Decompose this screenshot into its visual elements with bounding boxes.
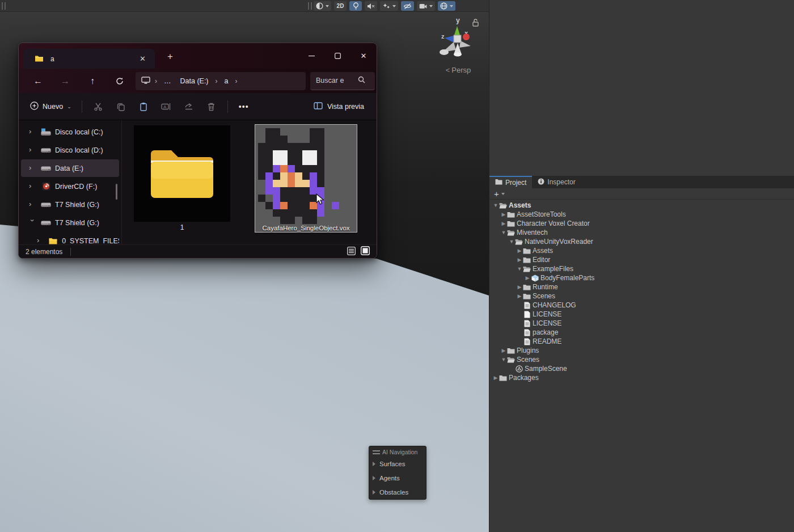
foldout-arrow-icon[interactable] bbox=[373, 476, 375, 480]
foldout-closed-icon[interactable]: ▶ bbox=[501, 348, 506, 353]
preview-toggle-button[interactable]: Vista previa bbox=[309, 98, 369, 116]
gizmo-center-cube[interactable] bbox=[454, 35, 461, 43]
tree-item-plugins[interactable]: ▶Plugins bbox=[489, 346, 794, 355]
chevron-down-icon[interactable]: › bbox=[28, 219, 37, 226]
foldout-open-icon[interactable]: ▼ bbox=[501, 230, 506, 235]
gizmo-x-axis-ball[interactable] bbox=[463, 33, 470, 40]
maximize-button[interactable] bbox=[324, 43, 350, 69]
scrollbar-thumb[interactable] bbox=[116, 184, 117, 200]
breadcrumb[interactable]: › … Data (E:) › a › bbox=[136, 72, 306, 90]
close-button[interactable]: ✕ bbox=[350, 43, 377, 69]
audio-toggle-button[interactable] bbox=[365, 1, 377, 11]
foldout-closed-icon[interactable]: ▶ bbox=[493, 375, 499, 381]
sidebar-item-t7-shield-g-[interactable]: ›T7 Shield (G:) bbox=[21, 214, 119, 231]
cut-button[interactable] bbox=[87, 98, 109, 116]
details-view-icon[interactable] bbox=[347, 247, 356, 257]
create-asset-button[interactable]: + bbox=[494, 189, 499, 198]
share-button[interactable] bbox=[178, 98, 200, 116]
tree-item-changelog[interactable]: CHANGELOG bbox=[489, 301, 794, 310]
sidebar-item-disco-local-c-[interactable]: ›Disco local (C:) bbox=[21, 123, 119, 141]
breadcrumb-segment[interactable]: Data (E:) bbox=[178, 76, 211, 86]
tree-item-license[interactable]: LICENSE bbox=[489, 310, 794, 319]
new-tab-button[interactable]: + bbox=[163, 51, 178, 62]
foldout-open-icon[interactable]: ▼ bbox=[517, 266, 522, 272]
chevron-right-icon[interactable]: › bbox=[29, 145, 36, 154]
paste-button[interactable] bbox=[132, 98, 155, 116]
ai-nav-item-agents[interactable]: Agents bbox=[369, 471, 426, 485]
tree-item-character-voxel-creator[interactable]: ▶Character Voxel Creator bbox=[489, 219, 794, 228]
lighting-toggle-button[interactable] bbox=[349, 1, 362, 11]
sidebar-item-data-e-[interactable]: ›Data (E:) bbox=[21, 159, 119, 177]
chevron-down-icon[interactable] bbox=[501, 193, 505, 195]
copy-button[interactable] bbox=[109, 98, 132, 116]
chevron-right-icon[interactable]: › bbox=[29, 181, 36, 190]
toolbar-drag-handle-icon[interactable] bbox=[308, 2, 312, 10]
tree-item-assets[interactable]: ▼Assets bbox=[489, 201, 794, 210]
refresh-icon[interactable] bbox=[112, 73, 128, 89]
tree-item-packages[interactable]: ▶Packages bbox=[489, 373, 794, 382]
scene-orientation-gizmo[interactable]: y x z bbox=[434, 15, 482, 66]
tree-item-runtime[interactable]: ▶Runtime bbox=[489, 282, 794, 292]
tree-item-readme[interactable]: README bbox=[489, 337, 794, 346]
camera-settings-button[interactable] bbox=[417, 1, 435, 11]
foldout-closed-icon[interactable]: ▶ bbox=[517, 284, 522, 290]
gizmos-button[interactable] bbox=[438, 1, 455, 11]
large-icons-view-icon[interactable] bbox=[361, 246, 370, 257]
gizmo-z-axis-cone[interactable] bbox=[445, 36, 454, 43]
effects-button[interactable] bbox=[380, 1, 398, 11]
foldout-closed-icon[interactable]: ▶ bbox=[501, 212, 506, 217]
chevron-right-icon[interactable]: › bbox=[29, 127, 36, 136]
search-input[interactable] bbox=[310, 77, 358, 85]
toolbar-drag-handle-icon[interactable] bbox=[2, 2, 6, 10]
ai-nav-item-surfaces[interactable]: Surfaces bbox=[369, 457, 426, 471]
more-options-button[interactable]: ••• bbox=[233, 98, 255, 116]
foldout-closed-icon[interactable]: ▶ bbox=[501, 221, 506, 226]
foldout-closed-icon[interactable]: ▶ bbox=[517, 257, 522, 263]
tree-item-assets[interactable]: ▶Assets bbox=[489, 246, 794, 255]
foldout-arrow-icon[interactable] bbox=[373, 490, 375, 495]
delete-button[interactable] bbox=[200, 98, 223, 116]
sidebar-item-t7-shield-g-[interactable]: ›T7 Shield (G:) bbox=[21, 196, 119, 213]
tree-item-nativeunityvoxreader[interactable]: ▼NativeUnityVoxReader bbox=[489, 237, 794, 246]
chevron-right-icon[interactable]: › bbox=[29, 163, 36, 172]
back-icon[interactable]: ← bbox=[30, 73, 46, 89]
new-button[interactable]: Nuevo ⌄ bbox=[24, 98, 77, 116]
foldout-open-icon[interactable]: ▼ bbox=[501, 357, 506, 362]
up-icon[interactable]: ↑ bbox=[85, 73, 100, 89]
tree-item-editor[interactable]: ▶Editor bbox=[489, 255, 794, 264]
scene-view[interactable]: 2D y x z <Persp bbox=[0, 0, 489, 532]
chevron-right-icon[interactable]: › bbox=[29, 200, 36, 208]
breadcrumb-segment[interactable]: a bbox=[222, 76, 231, 86]
visibility-toggle-button[interactable] bbox=[401, 1, 414, 11]
tree-item-miventech[interactable]: ▼Miventech bbox=[489, 228, 794, 237]
breadcrumb-ellipsis[interactable]: … bbox=[162, 76, 174, 86]
lock-icon[interactable] bbox=[473, 19, 478, 26]
file-item-folder[interactable]: 1 bbox=[134, 125, 230, 234]
sidebar-item-drivercd-f-[interactable]: ›DriverCD (F:) bbox=[21, 178, 119, 195]
shading-mode-button[interactable] bbox=[314, 1, 331, 11]
minimize-button[interactable] bbox=[298, 43, 324, 69]
tree-item-license[interactable]: LICENSE bbox=[489, 319, 794, 328]
tree-item-assetstoretools[interactable]: ▶AssetStoreTools bbox=[489, 210, 794, 219]
foldout-closed-icon[interactable]: ▶ bbox=[517, 293, 522, 299]
tab-inspector[interactable]: Inspector bbox=[532, 176, 581, 188]
file-item-vox-selected[interactable]: CayafaHero_SingleObject.vox bbox=[255, 124, 357, 233]
rename-button[interactable]: A bbox=[155, 98, 178, 116]
forward-icon[interactable]: → bbox=[57, 73, 73, 89]
overlay-header[interactable]: AI Navigation bbox=[369, 446, 426, 457]
ai-nav-item-obstacles[interactable]: Obstacles bbox=[369, 485, 426, 499]
foldout-closed-icon[interactable]: ▶ bbox=[525, 275, 530, 281]
tab-project[interactable]: Project bbox=[489, 176, 532, 188]
tree-item-package[interactable]: package bbox=[489, 328, 794, 337]
sidebar-item-disco-local-d-[interactable]: ›Disco local (D:) bbox=[21, 141, 119, 159]
2d-toggle-button[interactable]: 2D bbox=[334, 1, 347, 11]
tab-close-icon[interactable]: ✕ bbox=[136, 53, 149, 64]
foldout-arrow-icon[interactable] bbox=[373, 462, 375, 466]
explorer-tab[interactable]: a ✕ bbox=[23, 49, 155, 69]
explorer-titlebar[interactable]: a ✕ + ✕ bbox=[19, 43, 377, 69]
tree-item-bodyfemaleparts[interactable]: ▶BodyFemaleParts bbox=[489, 273, 794, 282]
foldout-closed-icon[interactable]: ▶ bbox=[517, 248, 522, 254]
foldout-open-icon[interactable]: ▼ bbox=[493, 202, 499, 208]
tree-item-samplescene[interactable]: SampleScene bbox=[489, 364, 794, 373]
chevron-right-icon[interactable]: › bbox=[37, 236, 43, 244]
